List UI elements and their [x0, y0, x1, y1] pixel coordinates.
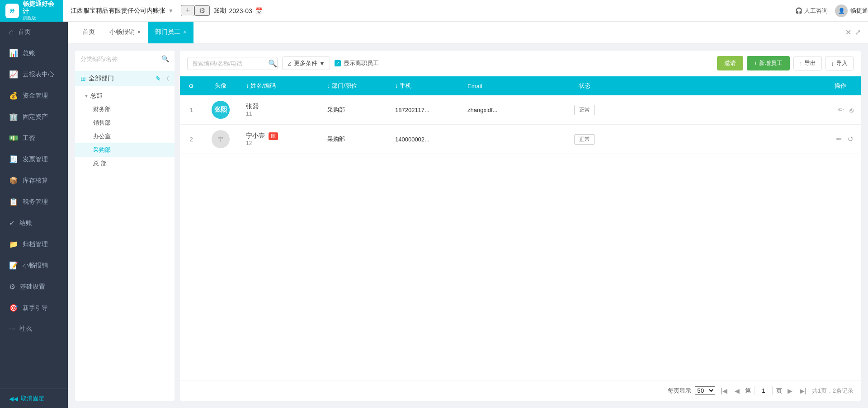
add-company-button[interactable]: + [181, 5, 195, 16]
sidebar-item-closing[interactable]: ✓ 结账 [0, 212, 68, 234]
tab-employee[interactable]: 部门员工 × [148, 22, 193, 43]
sidebar-item-reports[interactable]: 📈 云报表中心 [0, 64, 68, 85]
edit-button[interactable]: ✏ [838, 106, 844, 114]
sidebar-item-archive[interactable]: 📁 归档管理 [0, 234, 68, 255]
th-dept-pos[interactable]: ↕ 部门/职位 [320, 76, 388, 95]
checkbox-icon [335, 60, 341, 66]
employee-table: ⚙ 头像 ↕ 姓名/编码 ↕ 部门/职位 ↕ 手机 [180, 76, 861, 154]
sidebar-item-assets[interactable]: 🏢 固定资产 [0, 106, 68, 127]
sidebar-item-expense[interactable]: 📝 小畅报销 [0, 255, 68, 276]
tax-icon: 📋 [9, 197, 18, 206]
sidebar-item-tax[interactable]: 📋 税务管理 [0, 191, 68, 212]
sidebar-item-label: 基础设置 [20, 283, 45, 291]
sidebar-item-guide[interactable]: 🎯 新手引导 [0, 297, 68, 319]
unpin-button[interactable]: ◀◀ 取消固定 [0, 389, 68, 408]
tab-home[interactable]: 首页 [75, 22, 102, 43]
export-icon: ↑ [799, 60, 802, 67]
tab-expense-close[interactable]: × [137, 29, 141, 35]
show-resigned-label: 显示离职员工 [344, 59, 379, 67]
page-di-label: 第 [745, 387, 751, 395]
closing-icon: ✓ [9, 219, 15, 227]
sidebar-item-home[interactable]: ⌂ 首页 [0, 22, 68, 42]
th-phone[interactable]: ↕ 手机 [388, 76, 460, 95]
status-cell: 正常 [551, 125, 618, 154]
export-button[interactable]: ↑ 导出 [793, 56, 822, 70]
headset-icon: 🎧 [795, 7, 802, 14]
period-selector[interactable]: 账期 2023-03 📅 [210, 7, 266, 15]
tab-close-all-button[interactable]: ✕ [845, 28, 851, 37]
dept-group-header-main[interactable]: ▼ 总部 [75, 89, 175, 103]
employee-table-container: ⚙ 头像 ↕ 姓名/编码 ↕ 部门/职位 ↕ 手机 [180, 76, 861, 380]
all-dept-label: 全部部门 [89, 75, 114, 83]
dept-group-name: 总部 [90, 92, 102, 100]
dept-edit-icon[interactable]: ✎ [156, 75, 161, 82]
service-link[interactable]: 🎧 人工咨询 [795, 7, 828, 15]
sidebar-item-label: 首页 [18, 28, 31, 36]
th-settings[interactable]: ⚙ [180, 76, 203, 95]
employee-search-input[interactable] [192, 60, 268, 67]
employee-code: 12 [246, 140, 313, 146]
dept-search-icon[interactable]: 🔍 [161, 55, 169, 62]
dept-child-office[interactable]: 办公室 [75, 130, 175, 143]
dept-child-headquarters[interactable]: 总 部 [75, 157, 175, 170]
filter-icon: ⊿ [287, 60, 292, 67]
settings-button[interactable]: ⚙ [194, 5, 210, 16]
sidebar-item-label: 社么 [19, 325, 32, 333]
add-employee-button[interactable]: + 新增员工 [747, 56, 790, 70]
name-code-cell: 宁小壹 应 12 [239, 125, 320, 154]
sidebar-item-settings[interactable]: ⚙ 基础设置 [0, 276, 68, 297]
table-row: 2 宁 宁小壹 应 12 [180, 125, 861, 154]
sidebar-item-ledger[interactable]: 📊 总账 [0, 42, 68, 64]
reset-button[interactable]: ↺ [848, 135, 854, 143]
tab-employee-close[interactable]: × [183, 29, 186, 35]
service-label: 人工咨询 [804, 7, 828, 15]
toolbar: 🔍 ⊿ 更多条件 ▼ 显示离职员工 邀请 + 新增员工 [180, 51, 861, 76]
more-filter-button[interactable]: ⊿ 更多条件 ▼ [282, 56, 330, 70]
tab-expense[interactable]: 小畅报销 × [102, 22, 148, 43]
page-prev-button[interactable]: ◀ [733, 386, 741, 395]
unpin-label: 取消固定 [21, 394, 44, 403]
tab-maximize-button[interactable]: ⤢ [855, 28, 861, 37]
employee-code: 11 [246, 111, 313, 117]
user-profile[interactable]: 👤 畅捷通 [835, 5, 868, 17]
page-size-select[interactable]: 50 10 20 100 [695, 386, 715, 395]
page-next-button[interactable]: ▶ [786, 386, 794, 395]
page-number-input[interactable] [755, 386, 773, 395]
sidebar-item-more[interactable]: ··· 社么 [0, 319, 68, 339]
logo-subtitle: 旗舰版 [23, 15, 58, 21]
tab-controls: ✕ ⤢ [845, 28, 861, 37]
show-resigned-checkbox[interactable]: 显示离职员工 [335, 59, 379, 67]
name-code-cell: 张熙 11 [239, 95, 320, 125]
sidebar-item-payroll[interactable]: 💵 工资 [0, 127, 68, 149]
filter-label: 更多条件 [294, 59, 317, 67]
export-label: 导出 [804, 59, 816, 67]
sidebar-item-invoice[interactable]: 🧾 发票管理 [0, 149, 68, 170]
badge-should-pay: 应 [269, 132, 278, 140]
search-icon[interactable]: 🔍 [268, 59, 277, 68]
sidebar-item-inventory[interactable]: 📦 库存核算 [0, 170, 68, 191]
company-selector[interactable]: 江西服宝精品有限责任公司内账张 ▼ [63, 7, 181, 15]
edit-button[interactable]: ✏ [836, 135, 842, 143]
invite-button[interactable]: 邀请 [717, 56, 743, 70]
logout-button[interactable]: ⎋ [849, 106, 854, 114]
page-last-button[interactable]: ▶| [798, 386, 808, 395]
page-first-button[interactable]: |◀ [719, 386, 729, 395]
th-actions: 操作 [618, 76, 861, 95]
period-label: 账期 [213, 7, 226, 15]
dept-child-purchase[interactable]: 采购部 [75, 143, 175, 157]
sidebar-item-funds[interactable]: 💰 资金管理 [0, 85, 68, 106]
all-departments[interactable]: ⊞ 全部部门 ✎ 《 [75, 71, 175, 86]
dept-child-finance[interactable]: 财务部 [75, 103, 175, 116]
sidebar-item-label: 小畅报销 [23, 262, 48, 270]
dept-child-sales[interactable]: 销售部 [75, 116, 175, 130]
th-name-code[interactable]: ↕ 姓名/编码 [239, 76, 320, 95]
actions-cell: ✏ ⎋ [618, 95, 861, 125]
dept-search-input[interactable] [80, 56, 161, 62]
table-row: 1 张熙 张熙 11 采购部 [180, 95, 861, 125]
import-label: 导入 [836, 59, 848, 67]
content-area: 首页 小畅报销 × 部门员工 × ✕ ⤢ 🔍 [68, 22, 868, 408]
dept-collapse-icon[interactable]: 《 [164, 75, 169, 83]
dept-label: 销售部 [93, 119, 111, 126]
company-dropdown-icon: ▼ [168, 8, 174, 14]
import-button[interactable]: ↓ 导入 [826, 56, 854, 70]
